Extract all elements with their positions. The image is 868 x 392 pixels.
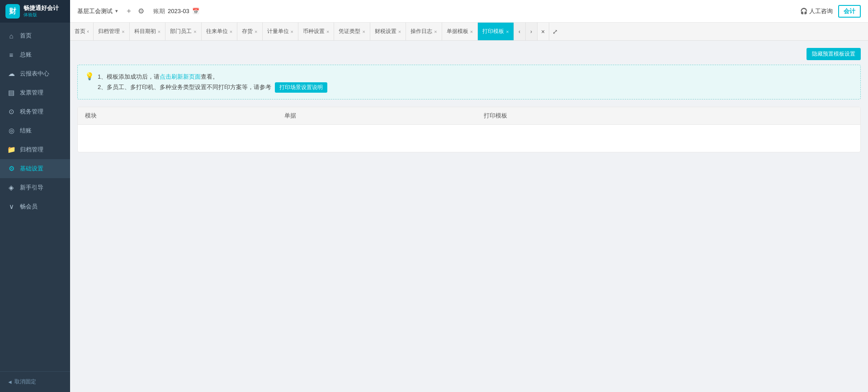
logo-text: 畅捷通好会计 体验版 xyxy=(24,5,59,19)
arrow-icon: ◄ xyxy=(7,379,13,385)
human-service-label: 人工咨询 xyxy=(809,7,833,15)
sidebar-label-ledger: 总账 xyxy=(20,51,32,59)
tab-subject-init[interactable]: 科目期初 × xyxy=(130,23,165,40)
content-area: 隐藏预置模板设置 💡 1、模板添加成功后，请点击刷新新页面查看。 2、多员工、多… xyxy=(70,41,868,392)
sidebar-item-settings[interactable]: ⚙ 基础设置 xyxy=(0,159,70,178)
data-table: 模块 单据 打印模板 xyxy=(77,107,861,152)
period-info: 账期 2023-03 📅 xyxy=(153,7,199,15)
tab-print-close-icon[interactable]: × xyxy=(506,29,509,34)
tab-currency[interactable]: 币种设置 × xyxy=(298,23,334,40)
sidebar-label-reports: 云报表中心 xyxy=(20,70,49,78)
tab-prev-button[interactable]: ‹ xyxy=(514,23,526,40)
settle-icon: ◎ xyxy=(7,127,15,135)
sidebar-item-archive[interactable]: 📁 归档管理 xyxy=(0,140,70,159)
account-button[interactable]: 会计 xyxy=(838,5,861,18)
project-selector[interactable]: 基层工会测试 ▾ xyxy=(77,7,118,15)
tab-inventory-label: 存货 xyxy=(242,28,253,35)
tab-department-close-icon[interactable]: × xyxy=(193,29,196,34)
tab-department[interactable]: 部门员工 × xyxy=(165,23,201,40)
notice-row: 💡 1、模板添加成功后，请点击刷新新页面查看。 2、多员工、多打印机、多种业务类… xyxy=(85,71,853,93)
sidebar-label-settle: 结账 xyxy=(20,127,32,135)
tab-print-label: 打印模板 xyxy=(482,28,504,35)
tab-voucher-type[interactable]: 凭证类型 × xyxy=(334,23,370,40)
period-value: 2023-03 xyxy=(168,8,189,14)
tab-inventory-close-icon[interactable]: × xyxy=(255,29,257,34)
sidebar-item-home[interactable]: ⌂ 首页 xyxy=(0,26,70,45)
notice-box: 💡 1、模板添加成功后，请点击刷新新页面查看。 2、多员工、多打印机、多种业务类… xyxy=(77,65,861,99)
refresh-page-link[interactable]: 点击刷新新页面 xyxy=(160,73,201,80)
notice-line1-prefix: 1、模板添加成功后，请 xyxy=(98,73,160,80)
member-icon: ∨ xyxy=(7,203,15,211)
tab-inventory[interactable]: 存货 × xyxy=(237,23,262,40)
tab-home[interactable]: 首页 ‹ xyxy=(70,23,94,40)
tax-icon: ⊙ xyxy=(7,108,15,116)
home-icon: ⌂ xyxy=(7,32,15,40)
tab-voucher-label: 凭证类型 xyxy=(339,28,360,35)
tab-bar: 首页 ‹ 归档管理 × 科目期初 × 部门员工 × 往来单位 × 存货 × 计量… xyxy=(70,23,868,41)
sidebar-item-guide[interactable]: ◈ 新手引导 xyxy=(0,178,70,197)
sidebar-nav: ⌂ 首页 ≡ 总账 ☁ 云报表中心 ▤ 发票管理 ⊙ 税务管理 ◎ 结账 📁 归… xyxy=(0,23,70,371)
tab-unit-label: 计量单位 xyxy=(267,28,289,35)
human-service-button[interactable]: 🎧 人工咨询 xyxy=(800,7,833,15)
notice-text: 1、模板添加成功后，请点击刷新新页面查看。 2、多员工、多打印机、多种业务类型设… xyxy=(98,71,329,93)
sidebar-item-reports[interactable]: ☁ 云报表中心 xyxy=(0,64,70,83)
tab-archive[interactable]: 归档管理 × xyxy=(94,23,129,40)
col-module: 模块 xyxy=(78,107,277,124)
tab-voucher-close-icon[interactable]: × xyxy=(362,29,365,34)
add-button[interactable]: ＋ xyxy=(125,6,132,16)
unpin-label: 取消固定 xyxy=(14,378,36,386)
tab-tax-close-icon[interactable]: × xyxy=(398,29,401,34)
hide-preset-template-button[interactable]: 隐藏预置模板设置 xyxy=(807,48,861,60)
sidebar-label-member: 畅会员 xyxy=(20,203,38,211)
sidebar-item-member[interactable]: ∨ 畅会员 xyxy=(0,197,70,216)
tab-expand-button[interactable]: ⤢ xyxy=(549,23,561,40)
print-scene-button[interactable]: 打印场景设置说明 xyxy=(275,82,327,93)
page-content: 隐藏预置模板设置 💡 1、模板添加成功后，请点击刷新新页面查看。 2、多员工、多… xyxy=(70,41,868,160)
sidebar-item-settle[interactable]: ◎ 结账 xyxy=(0,121,70,140)
sidebar-item-ledger[interactable]: ≡ 总账 xyxy=(0,45,70,64)
top-bar-actions: ＋ ⚙ xyxy=(125,6,144,16)
tab-contacts[interactable]: 往来单位 × xyxy=(202,23,237,40)
tab-operation-log[interactable]: 操作日志 × xyxy=(406,23,442,40)
tab-close-all-button[interactable]: × xyxy=(538,23,549,40)
bulb-icon: 💡 xyxy=(85,72,94,80)
tab-home-arrow-icon: ‹ xyxy=(87,29,89,34)
tab-subject-label: 科目期初 xyxy=(134,28,156,35)
tab-subject-close-icon[interactable]: × xyxy=(158,29,160,34)
tab-doc-close-icon[interactable]: × xyxy=(470,29,473,34)
settings-icon: ⚙ xyxy=(7,165,15,173)
tab-contacts-close-icon[interactable]: × xyxy=(230,29,232,34)
tab-currency-close-icon[interactable]: × xyxy=(326,29,329,34)
app-logo: 财 畅捷通好会计 体验版 xyxy=(0,0,70,23)
notice-line2: 2、多员工、多打印机、多种业务类型设置不同打印方案等，请参考 打印场景设置说明 xyxy=(98,82,329,93)
tab-document-template[interactable]: 单据模板 × xyxy=(442,23,478,40)
action-bar: 隐藏预置模板设置 xyxy=(77,48,861,60)
unpin-button[interactable]: ◄ 取消固定 xyxy=(0,371,70,392)
headset-icon: 🎧 xyxy=(800,8,807,14)
settings-cog-button[interactable]: ⚙ xyxy=(138,7,144,15)
tab-tax-label: 财税设置 xyxy=(375,28,396,35)
period-label: 账期 xyxy=(153,7,165,15)
calendar-icon[interactable]: 📅 xyxy=(192,8,199,14)
tab-next-button[interactable]: › xyxy=(526,23,538,40)
sidebar-item-tax[interactable]: ⊙ 税务管理 xyxy=(0,102,70,121)
tab-tax-settings[interactable]: 财税设置 × xyxy=(370,23,406,40)
reports-icon: ☁ xyxy=(7,70,15,78)
col-document: 单据 xyxy=(277,107,476,124)
sidebar-label-invoice: 发票管理 xyxy=(20,89,43,97)
tab-home-label: 首页 xyxy=(75,28,85,35)
project-name: 基层工会测试 xyxy=(77,7,113,15)
tab-currency-label: 币种设置 xyxy=(303,28,325,35)
tab-archive-close-icon[interactable]: × xyxy=(122,29,124,34)
tab-print-template[interactable]: 打印模板 × xyxy=(478,23,514,40)
tab-unit-close-icon[interactable]: × xyxy=(291,29,293,34)
tab-unit[interactable]: 计量单位 × xyxy=(263,23,298,40)
tab-department-label: 部门员工 xyxy=(170,28,192,35)
sidebar-item-invoice[interactable]: ▤ 发票管理 xyxy=(0,83,70,102)
ledger-icon: ≡ xyxy=(7,51,15,59)
top-bar: 基层工会测试 ▾ ＋ ⚙ 账期 2023-03 📅 🎧 人工咨询 会计 xyxy=(70,0,868,23)
tab-log-close-icon[interactable]: × xyxy=(434,29,437,34)
sidebar-label-home: 首页 xyxy=(20,32,32,40)
invoice-icon: ▤ xyxy=(7,89,15,97)
main-area: 基层工会测试 ▾ ＋ ⚙ 账期 2023-03 📅 🎧 人工咨询 会计 首页 ‹… xyxy=(70,0,868,392)
